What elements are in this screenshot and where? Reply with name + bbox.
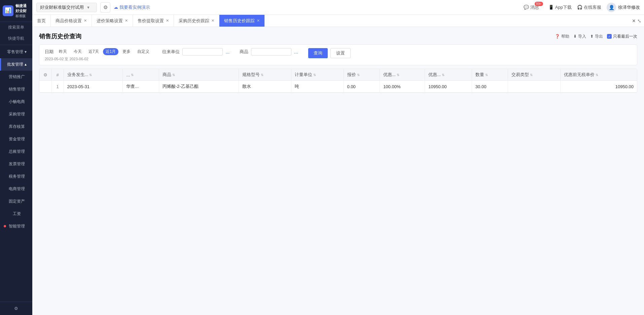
goods-input[interactable] [251, 48, 291, 56]
topbar-settings-btn[interactable]: ⚙ [100, 2, 110, 12]
sidebar-item-ledger[interactable]: 总账管理 [0, 145, 32, 158]
sidebar-item-payroll[interactable]: 工资 [0, 208, 32, 220]
only-last-checkbox[interactable]: ✓ 只看最后一次 [607, 34, 637, 39]
sidebar-settings-btn[interactable]: ⚙ [0, 302, 32, 315]
tab-purchase-strategy[interactable]: 进价策略设置 ✕ [92, 15, 133, 27]
workspace-selector[interactable]: 好业财标准版交付试用 ▼ [36, 3, 97, 12]
col-discount1: 优惠... ⇅ [380, 69, 425, 81]
from-unit-more-btn[interactable]: ... [225, 49, 229, 55]
gear-icon: ⚙ [103, 4, 108, 10]
date-options: 昨天 今天 近7天 近1月 更多 自定义 [56, 48, 152, 55]
data-table: ⚙ # 业务发生... ⇅ ... ⇅ [39, 69, 637, 93]
demo-icon: ☁ [114, 5, 118, 10]
tab-sales-history-close-icon[interactable]: ✕ [257, 19, 260, 23]
sidebar-item-wholesale[interactable]: 批发管理 ▴ [0, 58, 32, 71]
tab-sale-extract-label: 售价提取设置 [138, 18, 164, 24]
sidebar-item-invoice[interactable]: 发票管理 [0, 158, 32, 170]
query-btn[interactable]: 查询 [308, 48, 328, 58]
help-btn[interactable]: ❓ 帮助 [555, 34, 569, 39]
row-pretax-price-cell: 10950.00 [561, 81, 637, 93]
row-biz-date-cell: 2023-05-31 [64, 81, 123, 93]
only-last-label: 只看最后一次 [613, 34, 637, 39]
col-settings-icon[interactable]: ⚙ [43, 72, 47, 77]
workspace-arrow-icon: ▼ [86, 5, 90, 9]
tab-purchase-history-close-icon[interactable]: ✕ [211, 19, 214, 23]
page-title: 销售历史价查询 [39, 32, 81, 40]
col-goods: 商品 ⇅ [159, 69, 239, 81]
sort-icon: ⇅ [530, 73, 533, 77]
sidebar-item-purchase[interactable]: 采购管理 [0, 108, 32, 120]
demo-btn[interactable]: ☁ 我要看实例演示 [114, 4, 150, 10]
sort-icon: ⇅ [397, 73, 399, 77]
sidebar-item-inventory[interactable]: 库存核算 [0, 120, 32, 133]
filter-actions: 查询 设置 [308, 48, 351, 58]
sort-icon: ⇅ [89, 73, 92, 77]
app-download-btn[interactable]: 📱 App下载 [548, 4, 572, 10]
tab-purchase-history[interactable]: 采购历史价跟踪 ✕ [174, 15, 219, 27]
col-discount1-label: 优惠... [383, 72, 396, 78]
sidebar-item-wholesale-label: 批发管理 [7, 62, 23, 67]
row-discount1: 100.00% [383, 84, 400, 89]
tab-sale-extract-close-icon[interactable]: ✕ [166, 19, 169, 23]
filter-settings-btn[interactable]: 设置 [330, 48, 351, 58]
tab-purchase-history-label: 采购历史价跟踪 [179, 18, 209, 24]
tab-sales-history[interactable]: 销售历史价跟踪 ✕ [219, 15, 265, 27]
from-unit-filter: 往来单位 ... [162, 48, 229, 56]
sidebar-item-assets[interactable]: 固定资产 [0, 195, 32, 208]
row-qty-cell: 30.00 [472, 81, 508, 93]
topbar-right: 💬 消息 99+ 📱 App下载 🎧 在线客服 👤 徐泽华修改 [524, 3, 640, 12]
page-body: 销售历史价查询 ❓ 帮助 ⬇ 导入 ⬆ 导出 ✓ 只看最后一次 [32, 27, 644, 315]
online-service-btn[interactable]: 🎧 在线客服 [577, 4, 601, 10]
sidebar-item-marketing[interactable]: 营销推广 [0, 71, 32, 83]
expand-icon: ▴ [25, 62, 27, 67]
sort-icon: ⇅ [442, 73, 444, 77]
page-actions: ❓ 帮助 ⬇ 导入 ⬆ 导出 ✓ 只看最后一次 [555, 34, 637, 39]
filter-row: 日期 昨天 今天 近7天 近1月 更多 自定义 2023-05-02 至 202… [45, 48, 351, 62]
sidebar-item-smart[interactable]: 智能管理 [0, 220, 32, 233]
from-unit-input[interactable] [182, 48, 223, 56]
col-pretax-price-label: 优惠前无税单价 [564, 72, 595, 78]
row-discount1-cell: 100.00% [380, 81, 425, 93]
date-filter-col: 日期 昨天 今天 近7天 近1月 更多 自定义 2023-05-02 至 202… [45, 48, 152, 62]
col-qty-label: 数量 [475, 72, 484, 78]
tabs-close-window-btn[interactable]: ✕ ⤡ [629, 18, 644, 24]
sidebar-item-retail[interactable]: 零售管理 ▾ [0, 46, 32, 58]
sidebar-item-ecom[interactable]: 小畅电商 [0, 96, 32, 108]
tab-price[interactable]: 商品价格设置 ✕ [51, 15, 92, 27]
col-goods-label: 商品 [163, 72, 171, 78]
close-icon: ✕ [632, 18, 636, 24]
date-last1m[interactable]: 近1月 [103, 48, 119, 55]
sidebar-search[interactable]: 搜索菜单 [0, 22, 32, 33]
date-custom[interactable]: 自定义 [135, 48, 152, 55]
export-btn[interactable]: ⬆ 导出 [590, 34, 603, 39]
sidebar-item-sales[interactable]: 销售管理 [0, 83, 32, 96]
date-filter-group: 日期 昨天 今天 近7天 近1月 更多 自定义 [45, 48, 152, 55]
checkbox-checked-icon: ✓ [607, 34, 612, 39]
messages-btn[interactable]: 💬 消息 99+ [524, 4, 539, 10]
date-yesterday[interactable]: 昨天 [56, 48, 70, 55]
import-btn[interactable]: ⬇ 导入 [573, 34, 586, 39]
tab-price-close-icon[interactable]: ✕ [84, 19, 87, 23]
date-last7[interactable]: 近7天 [86, 48, 102, 55]
tab-home[interactable]: 首页 [32, 15, 51, 27]
user-menu[interactable]: 👤 徐泽华修改 [607, 3, 640, 12]
col-settings: ⚙ [39, 69, 51, 81]
row-qty: 30.00 [475, 84, 487, 89]
date-today[interactable]: 今天 [71, 48, 84, 55]
sidebar-shortcut[interactable]: 快捷导航 [0, 33, 32, 44]
tab-purchase-strategy-close-icon[interactable]: ✕ [125, 19, 128, 23]
sidebar-item-tax[interactable]: 税务管理 [0, 170, 32, 183]
sidebar-item-ecom2[interactable]: 电商管理 [0, 183, 32, 195]
sidebar-item-finance[interactable]: 资金管理 [0, 133, 32, 145]
goods-more-btn[interactable]: ... [294, 49, 298, 55]
tab-sale-extract[interactable]: 售价提取设置 ✕ [133, 15, 174, 27]
row-trans-type-cell [508, 81, 561, 93]
filter-area: 日期 昨天 今天 近7天 近1月 更多 自定义 2023-05-02 至 202… [39, 44, 637, 65]
date-more[interactable]: 更多 [120, 48, 133, 55]
row-unit-cell: 吨 [291, 81, 344, 93]
tab-sales-history-label: 销售历史价跟踪 [224, 18, 255, 24]
row-discount2-cell: 10950.00 [425, 81, 472, 93]
col-spec: 规格型号 ⇅ [239, 69, 291, 81]
message-icon: 💬 [524, 5, 529, 10]
row-price: 0.00 [347, 84, 356, 89]
